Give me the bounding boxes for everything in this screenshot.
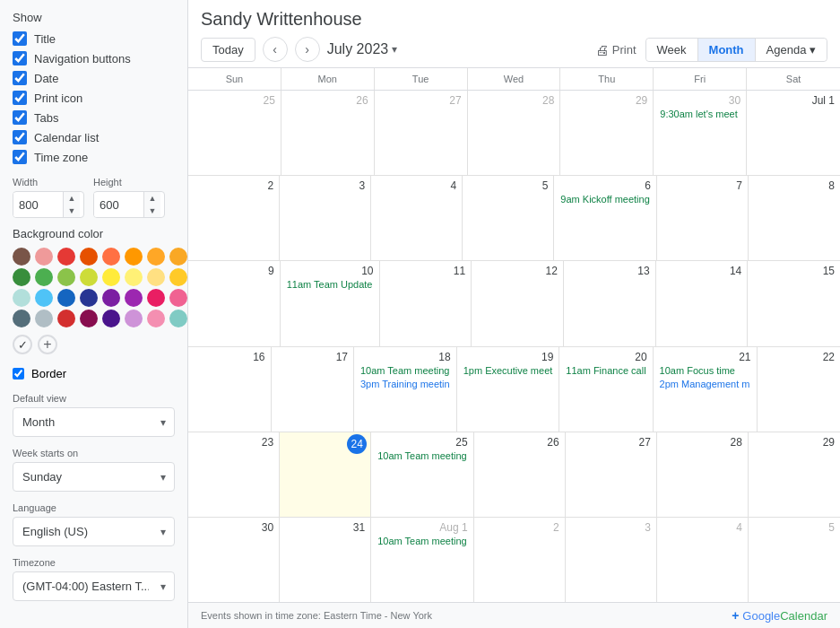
color-add-icon[interactable]: + [38,335,57,354]
color-swatch-28[interactable] [102,310,120,327]
height-input[interactable] [94,193,143,217]
next-nav-button[interactable]: › [295,37,320,62]
cal-cell-0-5[interactable]: 309:30am let's meet [654,91,747,175]
checkbox-cb-tz[interactable] [13,150,27,164]
color-swatch-23[interactable] [169,289,187,307]
checkbox-cb-callist[interactable] [13,130,27,144]
checkbox-cb-tabs[interactable] [13,110,27,125]
cal-cell-2-0[interactable]: 9 [188,261,281,345]
height-up[interactable]: ▲ [144,192,160,205]
default-view-select[interactable]: Month Week Agenda [13,407,175,437]
event-3-5-1[interactable]: 2pm Management m [657,378,753,390]
color-swatch-20[interactable] [102,289,120,307]
color-swatch-11[interactable] [80,268,98,286]
checkbox-cb-title[interactable] [13,31,27,46]
cal-cell-5-5[interactable]: 4 [657,518,749,602]
color-check-icon[interactable]: ✓ [13,335,32,354]
cal-cell-2-3[interactable]: 12 [472,261,564,345]
cal-cell-3-6[interactable]: 22 [758,347,841,432]
cal-cell-3-2[interactable]: 1810am Team meeting3pm Training meetin [354,347,457,432]
color-swatch-19[interactable] [80,289,98,307]
event-1-4-0[interactable]: 9am Kickoff meeting [558,193,652,205]
color-swatch-3[interactable] [80,248,98,266]
color-swatch-4[interactable] [102,248,120,266]
event-3-2-0[interactable]: 10am Team meeting [358,364,453,377]
color-swatch-9[interactable] [35,268,53,286]
width-input[interactable] [13,193,63,217]
cal-cell-4-6[interactable]: 29 [749,432,840,517]
cal-cell-3-0[interactable]: 16 [188,347,272,432]
week-view-button[interactable]: Week [646,39,698,61]
event-4-2-0[interactable]: 10am Team meeting [375,449,469,462]
color-swatch-26[interactable] [57,310,75,327]
cal-cell-0-1[interactable]: 26 [281,91,375,175]
checkbox-cb-nav[interactable] [13,51,27,65]
color-swatch-31[interactable] [169,310,187,327]
cal-cell-1-0[interactable]: 2 [188,176,280,260]
color-swatch-21[interactable] [125,289,143,307]
color-swatch-0[interactable] [13,248,30,266]
cal-cell-2-5[interactable]: 14 [656,261,749,345]
color-swatch-10[interactable] [57,268,75,286]
event-3-3-0[interactable]: 1pm Executive meet [461,364,556,377]
cal-cell-2-6[interactable]: 15 [748,261,840,345]
cal-cell-2-2[interactable]: 11 [380,261,472,345]
cal-cell-2-1[interactable]: 1011am Team Update [281,261,380,345]
cal-cell-1-1[interactable]: 3 [280,176,371,260]
color-swatch-27[interactable] [80,310,98,327]
cal-cell-4-4[interactable]: 27 [566,432,657,517]
cal-cell-0-2[interactable]: 27 [375,91,468,175]
color-swatch-8[interactable] [13,268,30,286]
cal-cell-2-4[interactable]: 13 [564,261,656,345]
cal-cell-4-5[interactable]: 28 [657,432,749,517]
color-swatch-29[interactable] [125,310,143,327]
color-swatch-12[interactable] [102,268,120,286]
border-checkbox[interactable] [13,368,24,379]
color-swatch-5[interactable] [125,248,143,266]
color-swatch-7[interactable] [169,248,187,266]
height-down[interactable]: ▼ [144,205,160,217]
color-swatch-6[interactable] [147,248,165,266]
cal-cell-5-0[interactable]: 30 [188,518,280,602]
cal-cell-0-6[interactable]: Jul 1 [747,91,840,175]
cal-cell-4-1[interactable]: 24 [280,432,371,517]
cal-cell-3-4[interactable]: 2011am Finance call [559,347,653,432]
cal-cell-0-0[interactable]: 25 [188,91,281,175]
event-2-1-0[interactable]: 11am Team Update [284,278,376,291]
event-3-5-0[interactable]: 10am Focus time [657,364,753,377]
language-select[interactable]: English (US) [13,517,175,546]
color-swatch-18[interactable] [57,289,75,307]
color-swatch-17[interactable] [35,289,53,307]
cal-cell-4-0[interactable]: 23 [188,432,280,517]
color-swatch-22[interactable] [147,289,165,307]
cal-cell-3-3[interactable]: 191pm Executive meet [457,347,560,432]
width-up[interactable]: ▲ [64,192,80,205]
prev-nav-button[interactable]: ‹ [263,37,288,62]
cal-cell-4-2[interactable]: 2510am Team meeting [371,432,473,517]
event-3-2-1[interactable]: 3pm Training meetin [358,378,453,390]
width-down[interactable]: ▼ [64,205,80,217]
cal-cell-1-4[interactable]: 69am Kickoff meeting [554,176,656,260]
cal-cell-1-3[interactable]: 5 [463,176,554,260]
event-5-2-0[interactable]: 10am Team meeting [375,535,469,547]
cal-cell-5-4[interactable]: 3 [566,518,657,602]
color-swatch-25[interactable] [35,310,53,327]
cal-cell-4-3[interactable]: 26 [474,432,566,517]
color-swatch-1[interactable] [35,248,53,266]
cal-cell-0-3[interactable]: 28 [468,91,561,175]
cal-cell-0-4[interactable]: 29 [560,91,654,175]
timezone-select[interactable]: (GMT-04:00) Eastern T... [13,571,175,601]
color-swatch-30[interactable] [147,310,165,327]
color-swatch-2[interactable] [57,248,75,266]
month-dropdown-arrow[interactable]: ▾ [392,43,397,56]
month-view-button[interactable]: Month [698,39,756,61]
cal-cell-5-3[interactable]: 2 [474,518,566,602]
color-swatch-15[interactable] [169,268,187,286]
color-swatch-16[interactable] [13,289,30,307]
color-swatch-24[interactable] [13,310,30,327]
cal-cell-1-2[interactable]: 4 [371,176,463,260]
event-3-4-0[interactable]: 11am Finance call [563,364,648,377]
agenda-view-button[interactable]: Agenda ▾ [756,39,827,61]
cal-cell-5-2[interactable]: Aug 110am Team meeting [371,518,473,602]
checkbox-cb-print[interactable] [13,91,27,105]
